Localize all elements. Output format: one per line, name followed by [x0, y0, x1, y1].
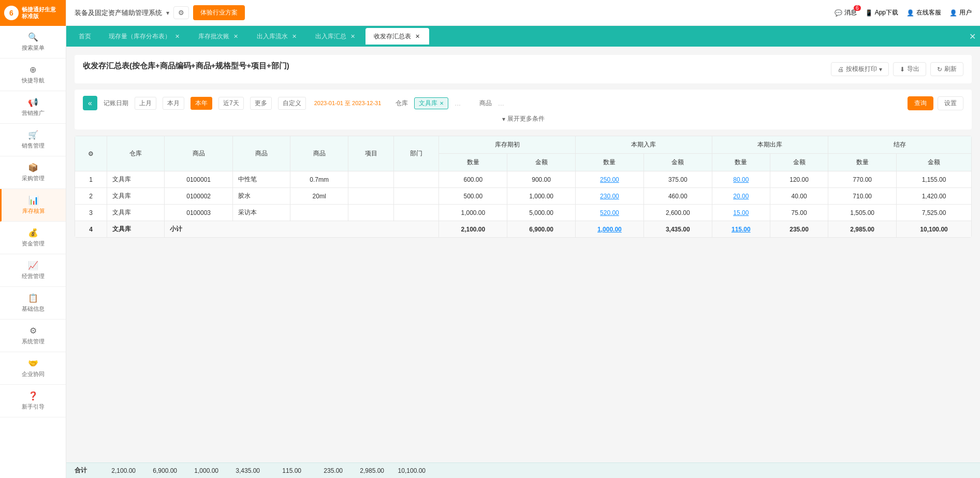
cooperation-icon: 🤝	[28, 358, 38, 368]
begin-qty-header: 数量	[439, 154, 507, 171]
bal-amt-header: 金额	[897, 154, 972, 171]
export-icon: ⬇	[900, 66, 905, 73]
print-button[interactable]: 🖨 按模板打印 ▾	[831, 62, 889, 76]
tab-home[interactable]: 首页	[70, 28, 99, 45]
row-out-amt: 40.00	[770, 188, 828, 205]
page-header: 收发存汇总表(按仓库+商品编码+商品+规格型号+项目+部门) 🖨 按模板打印 ▾…	[75, 55, 972, 83]
tab-inout-flow-close[interactable]: ✕	[291, 33, 298, 40]
sidebar-item-label: 营销推广	[22, 109, 45, 117]
tab-inout-summary-close[interactable]: ✕	[349, 33, 356, 40]
subtotal-no: 4	[75, 221, 107, 238]
export-button[interactable]: ⬇ 导出	[893, 62, 926, 76]
in-qty-header: 数量	[576, 154, 644, 171]
row-dept	[393, 205, 439, 221]
sidebar-search[interactable]: 🔍 搜索菜单	[0, 26, 66, 59]
tab-inout-summary-label: 出入库汇总	[315, 32, 346, 41]
topbar-left: 装备及固定资产辅助管理系统 ▾ ⚙ 体验行业方案	[75, 5, 245, 20]
settings-col-header[interactable]: ⚙	[75, 136, 107, 171]
row-in-qty[interactable]: 230.00	[576, 188, 644, 205]
expand-icon: ▾	[502, 115, 505, 123]
row-out-qty[interactable]: 15.00	[712, 205, 770, 221]
table-row: 3 文具库 0100003 采访本 1,000.00 5,000.00 520.…	[75, 205, 972, 221]
total-out-amt: 235.00	[306, 467, 348, 474]
sidebar-item-finance[interactable]: 💰 资金管理	[0, 222, 66, 254]
row-name: 采访本	[233, 205, 290, 221]
row-out-qty[interactable]: 20.00	[712, 188, 770, 205]
filter-row-1: « 记账日期 上月 本月 本年 近7天 更多 自定义 2023-01-01 至 …	[83, 96, 963, 110]
row-dept	[393, 171, 439, 188]
tab-inout-summary[interactable]: 出入库汇总 ✕	[307, 28, 364, 45]
sidebar: 6 畅捷通好生意 标准版 🔍 搜索菜单 ⊕ 快捷导航 📢 营销推广 🛒 销售管理…	[0, 0, 66, 478]
goods-more-button[interactable]: ...	[498, 99, 504, 107]
tab-inventory-dist[interactable]: 现存量（库存分布表） ✕	[100, 28, 189, 45]
warehouse-more-button[interactable]: ...	[455, 99, 461, 107]
in-amt-header: 金额	[643, 154, 712, 171]
sidebar-item-basic-info[interactable]: 📋 基础信息	[0, 287, 66, 320]
message-button[interactable]: 💬 消息 6	[835, 8, 857, 17]
message-icon: 💬	[835, 9, 842, 17]
sidebar-item-guide[interactable]: ❓ 新手引导	[0, 385, 66, 417]
sidebar-item-cooperation[interactable]: 🤝 企业协同	[0, 352, 66, 385]
tab-close-all[interactable]: ✕	[969, 32, 976, 41]
subtotal-out-qty: 115.00	[712, 221, 770, 238]
online-service-button[interactable]: 👤 在线客服	[906, 8, 941, 17]
row-in-qty[interactable]: 520.00	[576, 205, 644, 221]
row-in-amt: 2,600.00	[643, 205, 712, 221]
sidebar-item-label: 经营管理	[22, 272, 45, 280]
sidebar-item-label: 基础信息	[22, 305, 45, 313]
sidebar-item-label: 销售管理	[22, 142, 45, 150]
user-button[interactable]: 👤 用户	[949, 8, 972, 17]
expand-filter-button[interactable]: ▾ 展开更多条件	[83, 114, 963, 123]
row-out-qty[interactable]: 80.00	[712, 171, 770, 188]
sidebar-item-system[interactable]: ⚙ 系统管理	[0, 320, 66, 352]
tab-inventory-dist-close[interactable]: ✕	[174, 33, 181, 40]
experience-button[interactable]: 体验行业方案	[193, 5, 245, 20]
system-dropdown-icon[interactable]: ▾	[166, 9, 169, 17]
warehouse-tag: 文具库 ✕	[414, 97, 448, 109]
sidebar-search-label: 搜索菜单	[22, 44, 45, 52]
row-in-qty[interactable]: 250.00	[576, 171, 644, 188]
sidebar-item-marketing[interactable]: 📢 营销推广	[0, 91, 66, 124]
date-btn-last-month[interactable]: 上月	[135, 97, 156, 110]
filter-toggle-button[interactable]: «	[83, 96, 97, 110]
row-code: 0100001	[165, 171, 233, 188]
sidebar-item-sales[interactable]: 🛒 销售管理	[0, 124, 66, 156]
row-code: 0100002	[165, 188, 233, 205]
settings-button[interactable]: ⚙	[173, 6, 189, 19]
row-bal-qty: 710.00	[828, 188, 897, 205]
tab-batch[interactable]: 库存批次账 ✕	[190, 28, 247, 45]
row-in-amt: 375.00	[643, 171, 712, 188]
settings-filter-button[interactable]: 设置	[938, 96, 963, 110]
row-no: 3	[75, 205, 107, 221]
tab-receive-summary-close[interactable]: ✕	[414, 33, 421, 40]
date-btn-this-month[interactable]: 本月	[163, 97, 184, 110]
topbar-right: 💬 消息 6 📱 App下载 👤 在线客服 👤 用户	[835, 8, 972, 17]
date-btn-custom[interactable]: 自定义	[278, 97, 306, 110]
sidebar-item-purchase[interactable]: 📦 采购管理	[0, 156, 66, 189]
tab-inout-flow[interactable]: 出入库流水 ✕	[248, 28, 306, 45]
warehouse-tag-close[interactable]: ✕	[440, 100, 444, 106]
app-download-button[interactable]: 📱 App下载	[865, 8, 898, 17]
row-no: 2	[75, 188, 107, 205]
sidebar-logo: 6 畅捷通好生意 标准版	[0, 0, 66, 26]
sidebar-item-label: 采购管理	[22, 175, 45, 182]
sidebar-item-operations[interactable]: 📈 经营管理	[0, 254, 66, 287]
row-in-amt: 460.00	[643, 188, 712, 205]
print-icon: 🖨	[838, 66, 844, 73]
total-in-qty: 1,000.00	[182, 467, 224, 474]
query-button[interactable]: 查询	[908, 96, 933, 110]
date-btn-7days[interactable]: 近7天	[218, 97, 244, 110]
date-btn-this-year[interactable]: 本年	[191, 97, 212, 110]
warehouse-tag-text: 文具库	[419, 99, 437, 108]
tab-receive-summary[interactable]: 收发存汇总表 ✕	[365, 28, 429, 45]
date-btn-more[interactable]: 更多	[250, 97, 272, 110]
app-download-icon: 📱	[865, 9, 873, 17]
row-bal-amt: 1,420.00	[897, 188, 972, 205]
subtotal-out-amt: 235.00	[770, 221, 828, 238]
tab-batch-close[interactable]: ✕	[232, 33, 239, 40]
refresh-button[interactable]: ↻ 刷新	[930, 62, 963, 76]
sidebar-item-inventory[interactable]: 📊 库存核算	[0, 189, 66, 222]
main-area: 装备及固定资产辅助管理系统 ▾ ⚙ 体验行业方案 💬 消息 6 📱 App下载 …	[66, 0, 980, 478]
sidebar-item-quick-nav[interactable]: ⊕ 快捷导航	[0, 59, 66, 91]
row-begin-qty: 600.00	[439, 171, 507, 188]
